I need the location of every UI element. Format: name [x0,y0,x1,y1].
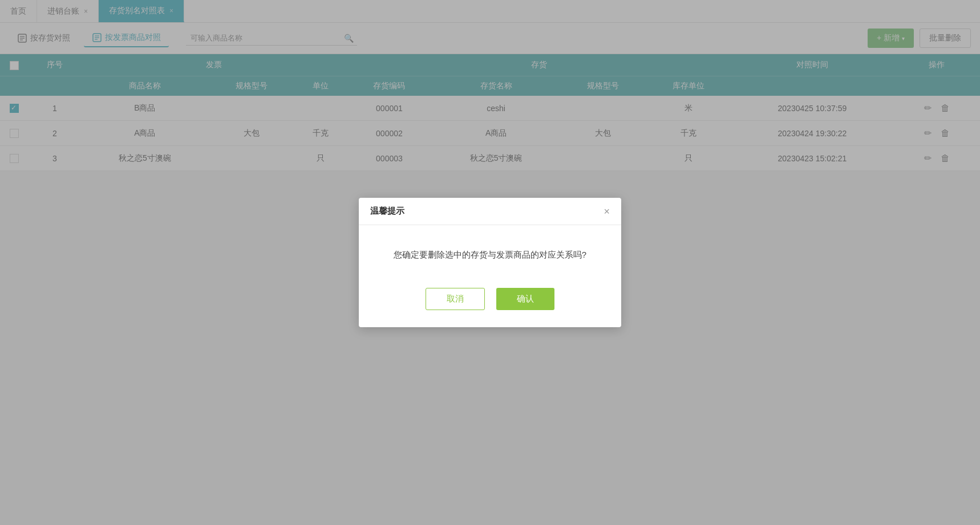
overlay: 温馨提示 × 您确定要删除选中的存货与发票商品的对应关系吗? 取消 确认 [0,0,980,171]
